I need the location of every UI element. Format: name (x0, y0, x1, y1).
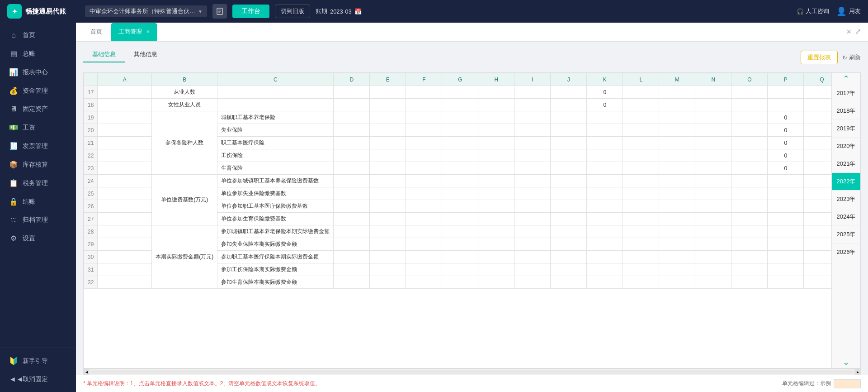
cell-c-18[interactable] (217, 99, 334, 111)
cell-c-20[interactable]: 失业保险 (217, 124, 334, 137)
year-up-icon[interactable]: ⌃ (843, 75, 849, 83)
sidebar-item-ledger[interactable]: ▤ 总账 (0, 44, 76, 63)
cell-G-22[interactable] (442, 149, 478, 162)
year-item-2020[interactable]: 2020年 (832, 138, 860, 155)
cell-E-30[interactable] (370, 251, 406, 263)
cell-k-22[interactable] (587, 149, 623, 162)
cell-D-29[interactable] (334, 238, 370, 251)
cell-k-25[interactable] (587, 187, 623, 200)
cell-m-32[interactable] (659, 276, 695, 289)
cell-m-23[interactable] (659, 162, 695, 175)
cell-E-19[interactable] (370, 111, 406, 124)
cell-I-24[interactable] (514, 175, 551, 187)
year-item-2026[interactable]: 2026年 (832, 244, 860, 261)
cell-D-24[interactable] (334, 175, 370, 187)
cell-m-31[interactable] (659, 263, 695, 276)
cell-q-24[interactable] (804, 175, 831, 187)
cell-o-28[interactable] (731, 225, 768, 238)
year-item-2021[interactable]: 2021年 (832, 155, 860, 173)
cell-m-26[interactable] (659, 200, 695, 213)
cell-n-23[interactable] (695, 162, 731, 175)
cell-l-29[interactable] (623, 238, 659, 251)
cell-F-20[interactable] (406, 124, 442, 137)
cell-k-27[interactable] (587, 213, 623, 225)
reset-report-button[interactable]: 重置报表 (801, 51, 838, 64)
cell-o-17[interactable] (731, 86, 768, 99)
cell-o-27[interactable] (731, 213, 768, 225)
cell-H-20[interactable] (478, 124, 514, 137)
cell-a-32[interactable] (98, 276, 152, 289)
sidebar-item-archive[interactable]: 🗂 归档管理 (0, 211, 76, 229)
cell-k-26[interactable] (587, 200, 623, 213)
cell-a-20[interactable] (98, 124, 152, 137)
cell-J-28[interactable] (551, 225, 587, 238)
year-item-2022[interactable]: 2022年 (832, 173, 860, 191)
cell-m-17[interactable] (659, 86, 695, 99)
refresh-button[interactable]: ↻ 刷新 (842, 53, 861, 62)
cell-c-30[interactable]: 参加职工基本医疗保险本期实际缴费金额 (217, 251, 334, 263)
cell-G-19[interactable] (442, 111, 478, 124)
cell-q-28[interactable] (804, 225, 831, 238)
cell-l-21[interactable] (623, 137, 659, 149)
cell-p-19[interactable]: 0 (768, 111, 804, 124)
cell-p-27[interactable] (768, 213, 804, 225)
cell-p-31[interactable] (768, 263, 804, 276)
cell-J-20[interactable] (551, 124, 587, 137)
cell-G-24[interactable] (442, 175, 478, 187)
old-version-button[interactable]: 切到旧版 (275, 5, 310, 18)
cell-q-32[interactable] (804, 276, 831, 289)
cell-D-26[interactable] (334, 200, 370, 213)
year-item-2017[interactable]: 2017年 (832, 85, 860, 102)
cell-I-20[interactable] (514, 124, 551, 137)
doc-icon[interactable] (212, 4, 227, 19)
sub-tab-other[interactable]: 其他信息 (125, 47, 166, 62)
cell-c-26[interactable]: 单位参加职工基本医疗保险缴费基数 (217, 200, 334, 213)
cell-m-30[interactable] (659, 251, 695, 263)
cell-p-25[interactable] (768, 187, 804, 200)
cell-I-19[interactable] (514, 111, 551, 124)
cell-F-22[interactable] (406, 149, 442, 162)
cell-k-21[interactable] (587, 137, 623, 149)
cell-k-24[interactable] (587, 175, 623, 187)
cell-F-27[interactable] (406, 213, 442, 225)
cell-q-30[interactable] (804, 251, 831, 263)
cell-D-31[interactable] (334, 263, 370, 276)
cell-G-28[interactable] (442, 225, 478, 238)
cell-D-30[interactable] (334, 251, 370, 263)
cell-p-17[interactable] (768, 86, 804, 99)
cell-n-18[interactable] (695, 99, 731, 111)
cell-E-25[interactable] (370, 187, 406, 200)
consult-button[interactable]: 🎧 人工咨询 (797, 7, 829, 15)
cell-k-32[interactable] (587, 276, 623, 289)
cell-F-29[interactable] (406, 238, 442, 251)
cell-b-19[interactable]: 参保各险种人数 (152, 111, 217, 175)
sidebar-item-close[interactable]: 🔒 结账 (0, 192, 76, 211)
cell-H-19[interactable] (478, 111, 514, 124)
cell-F-25[interactable] (406, 187, 442, 200)
cell-G-23[interactable] (442, 162, 478, 175)
cell-a-21[interactable] (98, 137, 152, 149)
cell-E-17[interactable] (370, 86, 406, 99)
h-scroll-track[interactable] (90, 370, 854, 374)
cell-H-23[interactable] (478, 162, 514, 175)
cell-D-21[interactable] (334, 137, 370, 149)
cell-p-28[interactable] (768, 225, 804, 238)
cell-q-18[interactable] (804, 99, 831, 111)
cell-k-17[interactable]: 0 (587, 86, 623, 99)
cell-F-23[interactable] (406, 162, 442, 175)
cell-k-29[interactable] (587, 238, 623, 251)
cell-H-22[interactable] (478, 149, 514, 162)
cell-o-22[interactable] (731, 149, 768, 162)
cell-J-24[interactable] (551, 175, 587, 187)
cell-q-29[interactable] (804, 238, 831, 251)
cell-l-24[interactable] (623, 175, 659, 187)
cell-E-32[interactable] (370, 276, 406, 289)
cell-G-27[interactable] (442, 213, 478, 225)
cell-o-18[interactable] (731, 99, 768, 111)
sidebar-item-home[interactable]: ⌂ 首页 (0, 26, 76, 44)
cell-J-26[interactable] (551, 200, 587, 213)
cell-c-27[interactable]: 单位参加生育保险缴费基数 (217, 213, 334, 225)
cell-l-32[interactable] (623, 276, 659, 289)
sidebar-item-fund[interactable]: 💰 资金管理 (0, 81, 76, 100)
cell-n-19[interactable] (695, 111, 731, 124)
